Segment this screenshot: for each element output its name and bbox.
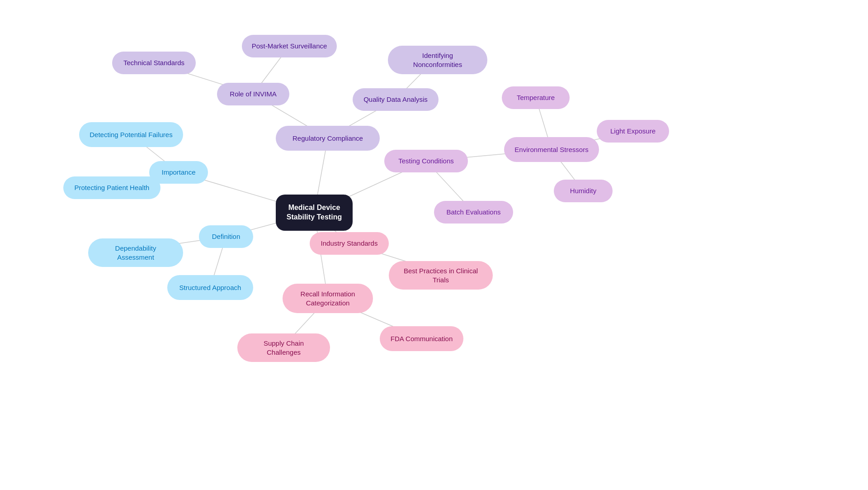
- detecting-node[interactable]: Detecting Potential Failures: [79, 122, 183, 147]
- recall-info-node[interactable]: Recall Information Categorization: [283, 284, 373, 313]
- batch-evals-node[interactable]: Batch Evaluations: [434, 201, 513, 224]
- fda-comm-node[interactable]: FDA Communication: [380, 326, 463, 351]
- quality-data-node[interactable]: Quality Data Analysis: [353, 88, 439, 111]
- best-practices-node[interactable]: Best Practices in Clinical Trials: [389, 261, 493, 290]
- dependability-node[interactable]: Dependability Assessment: [88, 238, 183, 267]
- humidity-node[interactable]: Humidity: [554, 180, 613, 202]
- env-stressors-node[interactable]: Environmental Stressors: [504, 137, 599, 162]
- post-market-node[interactable]: Post-Market Surveillance: [242, 35, 337, 57]
- supply-chain-node[interactable]: Supply Chain Challenges: [237, 333, 330, 362]
- center-node[interactable]: Medical Device Stability Testing: [276, 195, 353, 231]
- protecting-node[interactable]: Protecting Patient Health: [63, 176, 160, 199]
- light-exposure-node[interactable]: Light Exposure: [597, 120, 669, 143]
- industry-standards-node[interactable]: Industry Standards: [310, 232, 389, 255]
- testing-conditions-node[interactable]: Testing Conditions: [384, 150, 468, 172]
- identifying-non-node[interactable]: Identifying Nonconformities: [388, 46, 487, 74]
- temperature-node[interactable]: Temperature: [502, 86, 570, 109]
- mindmap-container: Medical Device Stability TestingRegulato…: [0, 0, 868, 490]
- role-invima-node[interactable]: Role of INVIMA: [217, 83, 289, 105]
- definition-node[interactable]: Definition: [199, 225, 253, 248]
- technical-standards-node[interactable]: Technical Standards: [112, 52, 196, 74]
- regulatory-compliance-node[interactable]: Regulatory Compliance: [276, 126, 380, 151]
- structured-node[interactable]: Structured Approach: [167, 275, 253, 300]
